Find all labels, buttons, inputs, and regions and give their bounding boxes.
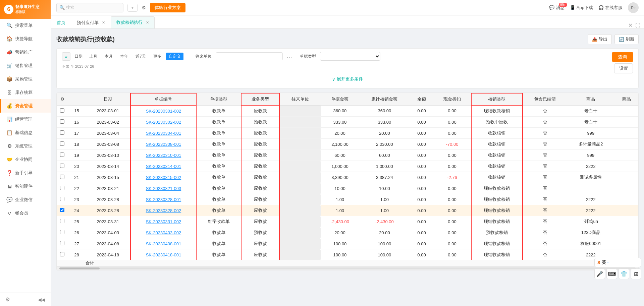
last-7-days-btn[interactable]: 近7天	[133, 53, 149, 60]
sidebar-item-marketing[interactable]: 📣营销推广	[0, 46, 51, 59]
col-gear[interactable]: ⚙	[57, 93, 68, 105]
table-row[interactable]: 17 2023-03-04 SK-20230304-001 收款单 应收款 20…	[57, 128, 638, 139]
this-month-btn[interactable]: 本月	[102, 53, 115, 60]
more-date-btn[interactable]: 更多	[151, 53, 164, 60]
row-checkbox[interactable]	[57, 139, 68, 150]
grid-btn[interactable]: ⊞	[631, 268, 641, 279]
row-checkbox[interactable]	[57, 194, 68, 205]
table-row[interactable]: 26 2023-04-03 SK-20230403-002 收款单 预收款 20…	[57, 227, 638, 238]
row-checkbox[interactable]	[57, 227, 68, 238]
table-row[interactable]: 19 2023-03-10 SK-20230310-001 收款单 应收款 60…	[57, 150, 638, 161]
row-checkbox[interactable]	[57, 150, 68, 161]
collapse-icon[interactable]: ◀◀	[38, 297, 45, 302]
row-discount: -70.00	[433, 139, 471, 150]
table-row[interactable]: 24 2023-03-28 SK-20230328-002 收款单 应收款 1.…	[57, 205, 638, 216]
horizontal-scrollbar[interactable]	[57, 266, 638, 270]
row-checkbox[interactable]	[57, 172, 68, 183]
sidebar-item-vip[interactable]: V畅会员	[0, 206, 51, 220]
sidebar-item-basics[interactable]: 📋基础信息	[0, 126, 51, 139]
user-avatar[interactable]: Rit	[628, 2, 639, 13]
row-checkbox[interactable]	[57, 105, 68, 117]
industry-btn[interactable]: 体验行业方案	[150, 3, 185, 12]
table-row[interactable]: 18 2023-03-08 SK-20230308-001 收款单 应收款 2,…	[57, 139, 638, 150]
sidebar-item-shortcuts[interactable]: 🏠快捷导航	[0, 32, 51, 46]
filter-expand-btn[interactable]: »	[62, 52, 70, 61]
table-row[interactable]: 15 2023-03-01 SK-20230301-002 收款单 应收款 36…	[57, 105, 638, 117]
table-row[interactable]: 27 2023-04-08 SK-20230408-001 收款单 应收款 10…	[57, 238, 638, 249]
table-row[interactable]: 28 2023-04-18 SK-20230418-001 收款单 应收款 10…	[57, 249, 638, 260]
table-row[interactable]: 21 2023-03-15 SK-20230315-002 收款单 应收款 3,…	[57, 172, 638, 183]
tab-prepay-close[interactable]: ✕	[102, 20, 105, 25]
custom-date-btn[interactable]: 自定义	[166, 53, 183, 60]
online-service[interactable]: 🎧 在线客服	[598, 5, 623, 11]
topbar-dropdown[interactable]: ▼	[127, 4, 138, 12]
row-doc-no[interactable]: SK-20230408-001	[130, 238, 196, 249]
row-doc-no[interactable]: SK-20230315-002	[130, 172, 196, 183]
tab-collection-close[interactable]: ✕	[146, 20, 149, 25]
sidebar-item-wechat[interactable]: 💬企业微信	[0, 193, 51, 206]
row-checkbox[interactable]	[57, 238, 68, 249]
table-row[interactable]: 23 2023-03-28 SK-20230328-001 收款单 应收款 1.…	[57, 194, 638, 205]
row-doc-no[interactable]: SK-20230304-001	[130, 128, 196, 139]
partner-input[interactable]	[216, 52, 283, 60]
sidebar-item-system[interactable]: ⚙系统管理	[0, 139, 51, 153]
row-index: 23	[68, 194, 86, 205]
row-doc-no[interactable]: SK-20230302-002	[130, 117, 196, 128]
sidebar-item-finance[interactable]: 💰资金管理	[0, 99, 51, 113]
row-checkbox[interactable]	[57, 249, 68, 260]
row-checkbox[interactable]	[57, 128, 68, 139]
row-doc-no[interactable]: SK-20230314-001	[130, 161, 196, 172]
gear-settings-icon[interactable]: ⚙	[142, 5, 146, 11]
refresh-button[interactable]: 🔄 刷新	[614, 34, 639, 44]
table-row[interactable]: 16 2023-03-02 SK-20230302-002 收款单 预收款 33…	[57, 117, 638, 128]
table-row[interactable]: 20 2023-03-14 SK-20230314-001 收款单 应收款 1,…	[57, 161, 638, 172]
message-badge[interactable]: 💬 消息 99+	[549, 5, 565, 11]
scrollbar-thumb[interactable]	[59, 267, 100, 269]
keyboard-btn[interactable]: ⌨	[606, 268, 617, 279]
mic-btn[interactable]: 🎤	[594, 268, 605, 279]
row-doc-no[interactable]: SK-20230308-001	[130, 139, 196, 150]
sidebar-item-search[interactable]: 🔍搜索菜单	[0, 19, 51, 32]
maximize-icon[interactable]: ⛶	[635, 23, 640, 28]
query-button[interactable]: 查询	[612, 52, 633, 62]
row-doc-no[interactable]: SK-20230403-002	[130, 227, 196, 238]
sidebar-item-purchase[interactable]: 📦采购管理	[0, 72, 51, 86]
tabbar: 首页 预付应付单 ✕ 收款核销执行 ✕ ✕ ⛶	[51, 15, 644, 29]
sidebar-item-enterprise[interactable]: 🤝企业协同	[0, 153, 51, 166]
settings-icon[interactable]: ⚙	[5, 296, 10, 303]
row-checkbox[interactable]	[57, 183, 68, 194]
table-row[interactable]: 25 2023-03-31 SK-20230331-002 红字收款单 应收款 …	[57, 216, 638, 227]
doc-type-select[interactable]	[320, 52, 380, 61]
row-doc-no[interactable]: SK-20230301-002	[130, 105, 196, 117]
tab-home[interactable]: 首页	[51, 16, 71, 28]
close-tab-icon[interactable]: ✕	[628, 22, 633, 28]
row-goods: 999	[567, 150, 614, 161]
row-checkbox[interactable]	[57, 161, 68, 172]
row-doc-no[interactable]: SK-20230310-001	[130, 150, 196, 161]
row-checkbox[interactable]	[57, 216, 68, 227]
tab-collection[interactable]: 收款核销执行 ✕	[111, 16, 155, 28]
row-checkbox[interactable]	[57, 117, 68, 128]
sidebar-item-operations[interactable]: 📊经营管理	[0, 113, 51, 126]
tab-prepay[interactable]: 预付应付单 ✕	[71, 16, 111, 28]
sidebar-item-sales[interactable]: 🛒销售管理	[0, 59, 51, 72]
row-doc-no[interactable]: SK-20230328-001	[130, 194, 196, 205]
sidebar-item-inventory[interactable]: 🗄库存核算	[0, 86, 51, 99]
row-doc-no[interactable]: SK-20230331-002	[130, 216, 196, 227]
last-month-btn[interactable]: 上月	[87, 53, 100, 60]
app-download[interactable]: 📱 App下载	[570, 5, 593, 11]
sidebar-item-guide[interactable]: ❓新手引导	[0, 166, 51, 180]
row-doc-no[interactable]: SK-20230321-003	[130, 183, 196, 194]
expand-conditions-row[interactable]: ∨ 展开更多条件	[62, 76, 633, 82]
row-checkbox[interactable]	[57, 205, 68, 216]
this-year-btn[interactable]: 本年	[117, 53, 131, 60]
row-doc-no[interactable]: SK-20230328-002	[130, 205, 196, 216]
export-button[interactable]: 📤 导出	[588, 34, 612, 44]
sidebar-item-hardware[interactable]: 🖥智能硬件	[0, 180, 51, 193]
row-doc-no[interactable]: SK-20230418-001	[130, 249, 196, 260]
row-writeoff-type: 收款核销	[471, 172, 523, 183]
settings-button[interactable]: 设置	[614, 63, 633, 73]
row-balance: 0.00	[410, 139, 434, 150]
shirt-btn[interactable]: 👕	[619, 268, 629, 279]
table-row[interactable]: 22 2023-03-21 SK-20230321-003 收款单 应收款 10…	[57, 183, 638, 194]
